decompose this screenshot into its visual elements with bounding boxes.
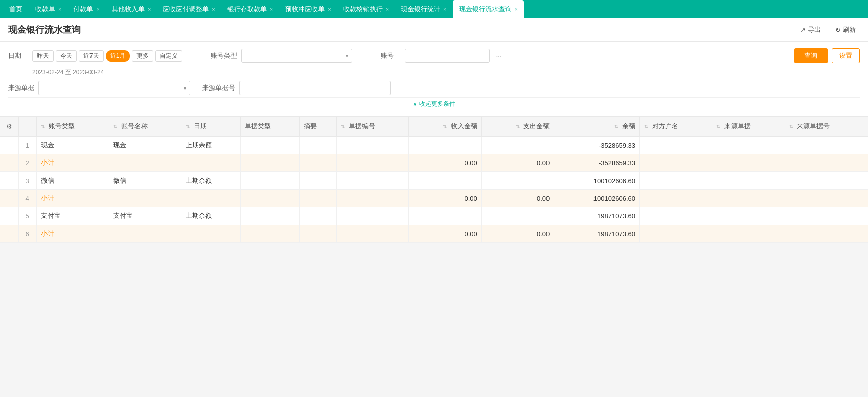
nav-home[interactable]: 首页 — [2, 0, 29, 18]
table-row: 5支付宝支付宝上期余额19871073.60 — [0, 207, 868, 225]
nav-tab-1[interactable]: 付款单 × — [67, 0, 105, 18]
account-type-label: 账号类型 — [211, 51, 237, 60]
collapse-bar[interactable]: ∧ 收起更多条件 — [8, 97, 860, 110]
close-tab-2-icon[interactable]: × — [148, 6, 151, 12]
source-doc-no-label: 来源单据号 — [202, 83, 235, 93]
table-cell: 0.00 — [409, 154, 481, 172]
th-date[interactable]: ⇅ 日期 — [181, 117, 241, 137]
table-cell — [481, 207, 554, 225]
table-cell: 4 — [18, 190, 36, 207]
table-cell — [639, 137, 712, 154]
th-account-name[interactable]: ⇅ 账号名称 — [109, 117, 181, 137]
table-cell — [409, 172, 481, 190]
close-tab-8-icon[interactable]: × — [515, 6, 518, 12]
table-cell: 现金 — [109, 137, 181, 154]
table-cell: 19871073.60 — [554, 225, 640, 243]
close-tab-4-icon[interactable]: × — [270, 6, 273, 12]
table-cell: 支付宝 — [109, 207, 181, 225]
table-cell — [181, 225, 241, 243]
table-cell — [0, 154, 18, 172]
th-gear[interactable]: ⚙ — [0, 117, 18, 137]
table-cell: 0.00 — [481, 154, 554, 172]
date-7days[interactable]: 近7天 — [79, 50, 104, 62]
nav-tab-7[interactable]: 现金银行统计 × — [395, 0, 452, 18]
account-input[interactable] — [405, 49, 490, 63]
export-icon: ↗ — [800, 26, 806, 34]
th-account-type[interactable]: ⇅ 账号类型 — [36, 117, 109, 137]
sort-account-type-icon: ⇅ — [41, 124, 45, 129]
th-source-doc-no[interactable]: ⇅ 来源单据号 — [785, 117, 868, 137]
table-cell — [241, 190, 300, 207]
account-type-select[interactable] — [241, 49, 352, 63]
table-cell — [181, 154, 241, 172]
table-cell: 小计 — [36, 225, 109, 243]
th-index — [18, 117, 36, 137]
table-cell — [0, 190, 18, 207]
nav-tab-6[interactable]: 收款核销执行 × — [337, 0, 395, 18]
query-button[interactable]: 查询 — [794, 48, 828, 63]
table-cell — [0, 172, 18, 190]
nav-tab-0[interactable]: 收款单 × — [29, 0, 67, 18]
table-cell — [300, 207, 337, 225]
th-expense[interactable]: ⇅ 支出金额 — [481, 117, 554, 137]
date-custom[interactable]: 自定义 — [155, 50, 182, 62]
sort-account-name-icon: ⇅ — [113, 124, 117, 129]
close-tab-0-icon[interactable]: × — [58, 6, 61, 12]
filter-area: 日期 昨天 今天 近7天 近1月 更多 自定义 账号类型 ▾ 账号 — [0, 42, 868, 117]
th-balance[interactable]: ⇅ 余额 — [554, 117, 640, 137]
account-dots-icon[interactable]: ··· — [494, 52, 504, 60]
nav-tab-8[interactable]: 现金银行流水查询 × — [453, 0, 524, 18]
date-1month[interactable]: 近1月 — [106, 50, 130, 62]
gear-icon: ⚙ — [6, 123, 12, 130]
data-table: ⚙ ⇅ 账号类型 ⇅ 账号名称 ⇅ 日期 单据类型 — [0, 117, 868, 243]
settings-button[interactable]: 设置 — [832, 48, 860, 63]
th-summary[interactable]: 摘要 — [300, 117, 337, 137]
refresh-button[interactable]: ↻ 刷新 — [831, 23, 860, 36]
table-cell — [639, 172, 712, 190]
table-cell — [785, 154, 868, 172]
table-cell: 0.00 — [481, 225, 554, 243]
table-cell: 微信 — [109, 172, 181, 190]
table-cell — [337, 225, 409, 243]
th-source-doc[interactable]: ⇅ 来源单据 — [712, 117, 785, 137]
source-doc-no-input[interactable] — [239, 81, 391, 95]
table-cell — [300, 172, 337, 190]
date-today[interactable]: 今天 — [56, 50, 77, 62]
collapse-label: 收起更多条件 — [419, 100, 455, 108]
table-cell — [0, 225, 18, 243]
th-income[interactable]: ⇅ 收入金额 — [409, 117, 481, 137]
table-cell — [409, 207, 481, 225]
close-tab-1-icon[interactable]: × — [96, 6, 99, 12]
table-cell: 小计 — [36, 154, 109, 172]
date-range-display: 2023-02-24 至 2023-03-24 — [30, 68, 860, 77]
th-counterpart[interactable]: ⇅ 对方户名 — [639, 117, 712, 137]
table-cell — [300, 225, 337, 243]
nav-tab-3[interactable]: 应收应付调整单 × — [157, 0, 221, 18]
close-tab-6-icon[interactable]: × — [386, 6, 389, 12]
close-tab-3-icon[interactable]: × — [212, 6, 215, 12]
table-cell — [785, 207, 868, 225]
nav-tab-4[interactable]: 银行存取款单 × — [221, 0, 279, 18]
export-button[interactable]: ↗ 导出 — [796, 23, 825, 36]
date-more[interactable]: 更多 — [132, 50, 153, 62]
table-cell — [712, 207, 785, 225]
table-cell — [785, 225, 868, 243]
table-cell — [109, 190, 181, 207]
table-cell: -3528659.33 — [554, 154, 640, 172]
date-label: 日期 — [8, 51, 28, 60]
close-tab-7-icon[interactable]: × — [443, 6, 446, 12]
close-tab-5-icon[interactable]: × — [328, 6, 331, 12]
source-doc-wrapper: ▾ — [38, 81, 190, 95]
th-doc-type[interactable]: 单据类型 — [241, 117, 300, 137]
source-doc-label: 来源单据 — [8, 83, 34, 93]
th-doc-no[interactable]: ⇅ 单据编号 — [337, 117, 409, 137]
table-cell: 3 — [18, 172, 36, 190]
nav-tab-5[interactable]: 预收冲应收单 × — [279, 0, 337, 18]
date-yesterday[interactable]: 昨天 — [32, 50, 54, 62]
nav-tab-2[interactable]: 其他收入单 × — [106, 0, 157, 18]
table-cell: 小计 — [36, 190, 109, 207]
page-header: 现金银行流水查询 ↗ 导出 ↻ 刷新 — [0, 18, 868, 42]
sort-source-doc-no-icon: ⇅ — [789, 124, 793, 129]
source-doc-no-group: 来源单据号 — [202, 81, 391, 95]
source-doc-select[interactable] — [38, 81, 190, 95]
